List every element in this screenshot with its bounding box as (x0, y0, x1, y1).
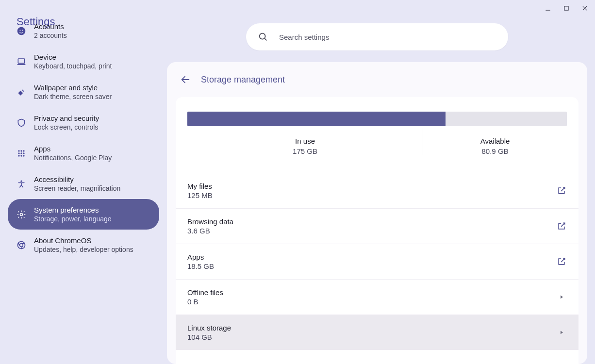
row-label: Apps (187, 253, 214, 261)
accessibility-icon (17, 179, 26, 189)
nav-desc: Notifications, Google Play (34, 154, 112, 162)
search-icon (258, 32, 268, 42)
open-external-icon (556, 185, 567, 196)
svg-point-3 (22, 30, 23, 31)
storage-usage-summary: In use 175 GB Available 80.9 GB (176, 97, 578, 173)
nav-label: Privacy and security (34, 114, 99, 122)
open-external-icon (556, 221, 567, 232)
row-value: 0 B (187, 298, 223, 306)
svg-point-11 (18, 155, 19, 156)
nav-desc: Screen reader, magnification (34, 184, 120, 192)
row-label: Linux storage (187, 324, 231, 332)
row-label: Browsing data (187, 217, 233, 226)
minimize-button[interactable] (544, 4, 552, 13)
sidebar-item-privacy-and-security[interactable]: Privacy and securityLock screen, control… (8, 107, 159, 138)
in-use-value: 175 GB (187, 147, 423, 155)
svg-point-10 (23, 152, 24, 154)
nav-label: System preferences (34, 206, 112, 214)
nav-label: Apps (34, 145, 112, 153)
available-column: Available 80.9 GB (423, 128, 567, 155)
laptop-icon (17, 57, 26, 66)
nav-label: About ChromeOS (34, 236, 133, 245)
available-value: 80.9 GB (423, 147, 567, 155)
svg-point-1 (17, 27, 26, 35)
nav-label: Accessibility (34, 175, 120, 183)
storage-row-my-files[interactable]: My files125 MB (176, 173, 578, 208)
svg-rect-0 (564, 6, 568, 10)
row-label: My files (187, 182, 213, 190)
nav-desc: Storage, power, language (34, 215, 112, 223)
storage-usage-bar (187, 112, 567, 126)
chevron-right-icon (556, 327, 567, 338)
chevron-right-icon (556, 292, 567, 302)
svg-point-13 (23, 155, 24, 156)
style-icon (17, 87, 26, 97)
available-label: Available (423, 137, 567, 145)
grid-icon (17, 149, 26, 158)
storage-row-browsing-data[interactable]: Browsing data3.6 GB (176, 208, 578, 244)
gear-icon (17, 210, 26, 219)
svg-point-5 (18, 150, 19, 151)
page-title: Storage management (201, 75, 285, 85)
search-input[interactable] (279, 33, 496, 41)
face-icon (17, 26, 26, 36)
svg-point-9 (20, 152, 22, 154)
svg-point-14 (20, 180, 22, 182)
nav-desc: Keyboard, touchpad, print (34, 62, 112, 70)
row-value: 125 MB (187, 191, 213, 199)
nav-desc: Updates, help, developer options (34, 246, 133, 253)
sidebar-item-accessibility[interactable]: AccessibilityScreen reader, magnificatio… (8, 168, 159, 199)
window-controls (544, 0, 595, 17)
svg-point-15 (20, 213, 23, 215)
row-value: 3.6 GB (187, 227, 233, 235)
sidebar-item-device[interactable]: DeviceKeyboard, touchpad, print (8, 46, 159, 77)
nav-desc: Dark theme, screen saver (34, 93, 112, 100)
storage-row-linux-storage[interactable]: Linux storage104 GB (176, 314, 578, 350)
sidebar-item-system-preferences[interactable]: System preferencesStorage, power, langua… (8, 199, 159, 230)
sidebar-item-wallpaper-and-style[interactable]: Wallpaper and styleDark theme, screen sa… (8, 77, 159, 107)
svg-rect-4 (18, 59, 24, 63)
storage-row-apps[interactable]: Apps18.5 GB (176, 244, 578, 279)
nav-label: Wallpaper and style (34, 83, 112, 92)
storage-used-fill (187, 112, 446, 126)
storage-row-offline-files[interactable]: Offline files0 B (176, 279, 578, 314)
svg-point-18 (260, 33, 265, 39)
in-use-column: In use 175 GB (187, 128, 423, 155)
svg-point-7 (23, 150, 24, 151)
close-button[interactable] (580, 4, 589, 13)
row-value: 104 GB (187, 333, 231, 341)
nav-label: Accounts (34, 22, 67, 31)
nav-desc: 2 accounts (34, 32, 67, 39)
content-card: Storage management In use 175 GB Availab… (167, 62, 587, 364)
open-external-icon (556, 256, 567, 267)
svg-point-12 (20, 155, 22, 156)
sidebar-item-about-chromeos[interactable]: About ChromeOSUpdates, help, developer o… (8, 230, 159, 260)
search-bar[interactable] (246, 23, 508, 50)
chrome-icon (17, 240, 26, 250)
maximize-button[interactable] (562, 4, 571, 13)
in-use-label: In use (187, 137, 423, 145)
svg-point-6 (20, 150, 22, 151)
svg-point-8 (18, 152, 19, 154)
svg-point-2 (19, 30, 20, 31)
back-button[interactable] (179, 73, 192, 86)
nav-desc: Lock screen, controls (34, 123, 99, 131)
sidebar-item-apps[interactable]: AppsNotifications, Google Play (8, 138, 159, 168)
row-value: 18.5 GB (187, 262, 214, 270)
sidebar: Settings Accounts2 accountsDeviceKeyboar… (0, 2, 167, 364)
nav-label: Device (34, 53, 112, 61)
row-label: Offline files (187, 288, 223, 297)
shield-icon (17, 118, 26, 128)
